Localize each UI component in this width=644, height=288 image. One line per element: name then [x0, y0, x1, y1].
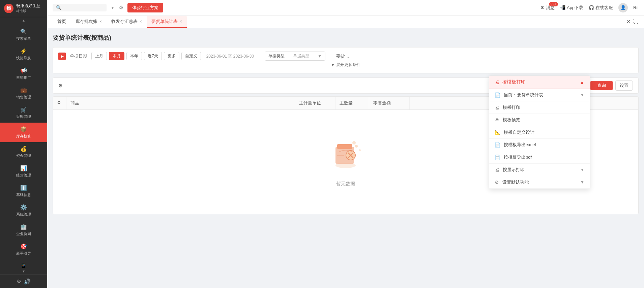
headset-icon: 🎧: [589, 5, 594, 10]
online-service-label: 在线客服: [595, 5, 613, 11]
user-avatar: 👤: [618, 3, 628, 12]
date-7days-btn[interactable]: 近7天: [144, 52, 162, 60]
sidebar-item-purchase[interactable]: 🛒 采购管理: [0, 103, 47, 123]
sidebar-label-operation: 经营管理: [16, 173, 31, 178]
print-template-excel[interactable]: 📄 按模板导出excel: [489, 139, 590, 151]
app-badge: 标准版: [16, 9, 40, 13]
default-func-icon: ⚙: [495, 180, 499, 185]
sidebar: 畅 畅康通好生意 标准版 ▲ 🔍 搜索菜单 ⚡ 快捷导航 📢 营销推广 💼 销售…: [0, 0, 47, 288]
print-template-print[interactable]: 🖨 模板打印: [489, 101, 590, 114]
page-title: 要货单统计表(按商品): [53, 34, 639, 42]
date-range-text: 2023-06-01 至 2023-06-30: [206, 54, 254, 59]
topbar-search-box[interactable]: 🔍: [53, 4, 107, 11]
sidebar-item-system[interactable]: ⚙️ 系统管理: [0, 201, 47, 220]
sidebar-item-operation[interactable]: 📊 经营管理: [0, 162, 47, 181]
app-download-icon: 📲: [560, 5, 565, 10]
print-default-func[interactable]: ⚙ 设置默认功能 ▼: [489, 176, 590, 189]
tab-order-stats-close[interactable]: ×: [180, 19, 182, 24]
search-icon: 🔍: [20, 28, 27, 35]
sidebar-item-enterprise[interactable]: 🏢 企业协同: [0, 220, 47, 240]
tab-collection[interactable]: 收发存汇总表 ×: [107, 16, 147, 28]
date-current-year-btn[interactable]: 本年: [126, 52, 142, 60]
mobile-icon: 📱: [20, 263, 27, 268]
tab-batch-close[interactable]: ×: [99, 19, 102, 24]
pdf-icon: 📄: [495, 155, 500, 160]
tab-expand-icon[interactable]: ⛶: [633, 19, 639, 25]
config-icon-btn[interactable]: ⚙: [58, 83, 63, 88]
tab-collection-label: 收发存汇总表: [111, 19, 138, 25]
sidebar-item-sales[interactable]: 💼 销售管理: [0, 84, 47, 103]
scroll-down-arrow[interactable]: ▼: [0, 268, 47, 275]
tab-collection-close[interactable]: ×: [140, 19, 142, 24]
sidebar-item-finance[interactable]: 💰 资金管理: [0, 142, 47, 162]
app-download-item[interactable]: 📲 App下载: [560, 5, 583, 11]
sidebar-item-inventory[interactable]: 📦 库存核算: [0, 123, 47, 142]
target-icon: 🎯: [20, 243, 27, 250]
print-dropdown-collapse-icon[interactable]: ▲: [580, 79, 584, 85]
sidebar-item-shortcut[interactable]: ⚡ 快捷导航: [0, 44, 47, 64]
sidebar-item-guide[interactable]: 🎯 新手引导: [0, 240, 47, 259]
print-template-pdf[interactable]: 📄 按模板导出pdf: [489, 151, 590, 164]
topbar-chevron-icon[interactable]: ▼: [111, 5, 115, 10]
briefcase-icon: 💼: [20, 87, 27, 93]
print-dropdown-header-left: 🖨 按模板打印: [495, 79, 526, 85]
tab-close-all-icon[interactable]: ✕: [626, 19, 631, 25]
filter-toggle-arrow[interactable]: ▶: [58, 53, 66, 60]
sidebar-label-shortcut: 快捷导航: [16, 56, 31, 61]
print-template-preview[interactable]: 👁 模板预览: [489, 114, 590, 126]
display-print-arrow: ▼: [580, 167, 584, 172]
tab-order-stats[interactable]: 要货单统计表 ×: [147, 16, 187, 28]
chart-icon: 📊: [20, 165, 27, 171]
tab-bar: 首页 库存批次账 × 收发存汇总表 × 要货单统计表 × ✕ ⛶: [47, 15, 644, 28]
sidebar-item-marketing[interactable]: 📢 营销推广: [0, 64, 47, 84]
expand-conditions-btn[interactable]: ▼ 展开更多条件: [331, 62, 360, 68]
topbar-right: ✉ 消息 99+ 📲 App下载 🎧 在线客服 👤 Rit: [541, 3, 639, 12]
username-item[interactable]: Rit: [633, 5, 639, 10]
print-dropdown-header[interactable]: 🖨 按模板打印 ▲: [489, 76, 590, 89]
settings-button[interactable]: 设置: [615, 81, 633, 91]
print-template-design[interactable]: 📐 模板自定义设计: [489, 126, 590, 139]
display-print-left: 🖨 按显示打印: [495, 167, 525, 173]
sidebar-label-basic: 基础信息: [16, 192, 31, 197]
tab-home[interactable]: 首页: [53, 16, 71, 28]
audio-bottom-icon[interactable]: 🔊: [24, 278, 31, 285]
topbar-settings-icon[interactable]: ⚙: [119, 4, 123, 11]
box-icon: 📦: [20, 126, 27, 132]
date-prev-month-btn[interactable]: 上月: [91, 52, 107, 60]
print-display-print[interactable]: 🖨 按显示打印 ▼: [489, 164, 590, 176]
expand-icon: ▼: [331, 63, 335, 67]
online-service-item[interactable]: 🎧 在线客服: [589, 5, 613, 11]
sidebar-item-app[interactable]: 📱 应用中心: [0, 259, 47, 268]
tab-batch[interactable]: 库存批次账 ×: [71, 16, 107, 28]
scroll-up-arrow[interactable]: ▲: [0, 17, 47, 24]
col-settings[interactable]: ⚙: [53, 97, 66, 109]
page-content: 要货单统计表(按商品) ▶ 单据日期 上月 本月 本年 近7天 更多 自定义 2…: [47, 28, 644, 288]
user-avatar-item[interactable]: 👤: [618, 3, 628, 12]
money-icon: 💰: [20, 146, 27, 152]
print-current-icon: 📄: [495, 92, 500, 98]
template-pdf-label: 按模板导出pdf: [504, 154, 532, 160]
eye-icon: 👁: [495, 117, 499, 123]
order-type-label: 单据类型: [268, 53, 285, 59]
sidebar-item-basic[interactable]: ℹ️ 基础信息: [0, 181, 47, 201]
date-current-month-btn[interactable]: 本月: [109, 52, 124, 60]
settings-bottom-icon[interactable]: ⚙: [17, 278, 21, 285]
printer-small-icon: 🖨: [495, 105, 499, 110]
filter-row-1: ▶ 单据日期 上月 本月 本年 近7天 更多 自定义 2023-06-01 至 …: [58, 52, 633, 61]
print-dropdown-current[interactable]: 📄 当前：要货单统计表 ▼: [489, 89, 590, 101]
trial-button[interactable]: 体验行业方案: [127, 3, 163, 12]
flash-icon: ⚡: [20, 48, 27, 54]
date-more-btn[interactable]: 更多: [164, 52, 179, 60]
print-dropdown-title: 按模板打印: [502, 79, 526, 85]
date-custom-btn[interactable]: 自定义: [181, 52, 201, 60]
message-item[interactable]: ✉ 消息 99+: [541, 5, 555, 11]
sidebar-item-search[interactable]: 🔍 搜索菜单: [0, 25, 47, 44]
order-type-select[interactable]: 单据类型 单据类型 ▼: [265, 52, 325, 61]
tab-home-label: 首页: [57, 19, 66, 25]
query-button[interactable]: 查询: [590, 81, 613, 90]
building-icon: 🏢: [20, 224, 27, 230]
search-icon-topbar: 🔍: [56, 5, 61, 10]
order-type-chevron-icon: ▼: [318, 54, 322, 59]
template-design-label: 模板自定义设计: [504, 129, 534, 135]
search-input[interactable]: [63, 5, 97, 10]
